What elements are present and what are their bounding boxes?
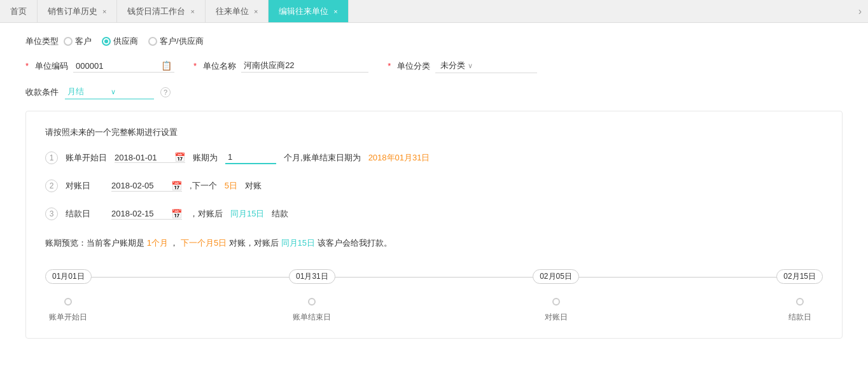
unit-category-value: 未分类 (440, 60, 465, 71)
payment-condition-label: 收款条件 (25, 87, 59, 98)
row-1-label: 账单开始日 (66, 152, 107, 164)
row-1-period-unit: 个月,账单结束日期为 (284, 152, 361, 164)
radio-supplier[interactable]: 供应商 (102, 36, 138, 47)
tab-contacts-close[interactable]: × (254, 8, 258, 15)
preview-sep2: 对账，对账后 (229, 238, 279, 248)
unit-name-star: * (193, 61, 197, 71)
row-3-desc-highlight: 同月15日 (230, 208, 264, 220)
tl-label-2: 02月05日 (533, 269, 579, 284)
row-2-label: 对账日 (66, 180, 104, 192)
tl-point-2: 02月05日 对账日 (533, 269, 579, 323)
payment-condition-arrow-icon: ∨ (111, 88, 151, 96)
unit-name-input[interactable] (241, 60, 368, 73)
unit-category-label: 单位分类 (397, 60, 430, 72)
tab-home[interactable]: 首页 (0, 0, 38, 22)
tl-desc-3: 结款日 (788, 312, 811, 323)
row-2-calendar-icon[interactable]: 📅 (171, 181, 182, 191)
row-3-calendar-icon[interactable]: 📅 (171, 209, 182, 219)
tab-bar: 首页 销售订单历史 × 钱货日清工作台 × 往来单位 × 编辑往来单位 × › (0, 0, 868, 23)
tl-label-1: 01月31日 (289, 269, 335, 284)
row-2-date-input[interactable] (111, 181, 169, 190)
unit-category-item: * 单位分类 未分类 ∨ (388, 59, 537, 73)
tab-home-label: 首页 (10, 6, 27, 17)
unit-category-star: * (388, 61, 391, 71)
card-title: 请按照未来的一个完整帐期进行设置 (45, 127, 823, 138)
preview-prefix: 账期预览：当前客户账期是 (45, 238, 144, 248)
row-1-date-wrap: 📅 (115, 152, 185, 163)
tab-edit-contact[interactable]: 编辑往来单位 × (269, 0, 348, 22)
row-3-date-input[interactable] (111, 209, 169, 218)
tab-cash-work[interactable]: 钱货日清工作台 × (117, 0, 205, 22)
tl-dot-1 (308, 298, 316, 306)
row-1-calendar-icon[interactable]: 📅 (174, 152, 185, 162)
unit-type-row: 单位类型 客户 供应商 客户/供应商 (25, 36, 843, 47)
preview-part1: 1个月 (147, 238, 168, 248)
preview-sep1: ， (170, 238, 178, 248)
main-content: 单位类型 客户 供应商 客户/供应商 * 单位编码 (0, 23, 868, 387)
unit-code-calendar-icon[interactable]: 📋 (161, 60, 172, 71)
tab-cash-work-close[interactable]: × (190, 8, 194, 15)
unit-code-item: * 单位编码 📋 (25, 59, 174, 73)
unit-category-arrow-icon: ∨ (468, 62, 473, 70)
unit-code-input[interactable] (76, 61, 158, 71)
row-2-desc-highlight: 5日 (225, 180, 237, 192)
row-1-num: 1 (45, 151, 58, 164)
tl-dot-0 (64, 298, 72, 306)
tab-cash-work-label: 钱货日清工作台 (127, 6, 185, 17)
settings-card: 请按照未来的一个完整帐期进行设置 1 账单开始日 📅 账期为 个月,账单结束日期… (25, 111, 843, 339)
preview-suffix: 该客户会给我打款。 (318, 238, 392, 248)
radio-both[interactable]: 客户/供应商 (148, 36, 204, 47)
row-1-date-input[interactable] (115, 153, 172, 162)
tl-dot-3 (796, 298, 804, 306)
timeline-bar: 01月01日 账单开始日 01月31日 账单结束日 02月05日 对账日 02月… (45, 263, 823, 323)
payment-row: 收款条件 月结 ∨ ? (25, 85, 843, 99)
preview-part3: 同月15日 (281, 238, 315, 248)
radio-customer-circle (64, 37, 73, 46)
tab-edit-contact-close[interactable]: × (333, 8, 337, 15)
radio-supplier-label: 供应商 (113, 36, 138, 47)
unit-name-label: 单位名称 (203, 60, 236, 72)
payment-condition-value: 月结 (67, 86, 108, 97)
row-3-desc-suffix: 结款 (272, 208, 288, 220)
row-2: 2 对账日 📅 ,下一个 5日 对账 (45, 179, 823, 192)
row-2-date-wrap: 📅 (111, 181, 182, 192)
unit-code-input-wrap: 📋 (73, 59, 174, 73)
tl-point-0: 01月01日 账单开始日 (45, 269, 92, 323)
row-3-date-wrap: 📅 (111, 209, 182, 220)
payment-condition-dropdown[interactable]: 月结 ∨ (65, 85, 154, 99)
unit-type-label: 单位类型 (25, 36, 59, 47)
tl-desc-2: 对账日 (545, 312, 568, 323)
tab-more-button[interactable]: › (852, 0, 868, 22)
row-1-period-input[interactable] (225, 151, 276, 164)
unit-name-item: * 单位名称 (193, 60, 368, 73)
row-2-desc-suffix: 对账 (245, 180, 262, 192)
row-1-period-end: 2018年01月31日 (368, 152, 430, 164)
tl-desc-0: 账单开始日 (49, 312, 87, 323)
radio-both-circle (148, 37, 157, 46)
radio-customer-label: 客户 (75, 36, 92, 47)
help-icon[interactable]: ? (160, 87, 171, 97)
tab-edit-contact-label: 编辑往来单位 (279, 6, 328, 17)
row-3: 3 结款日 📅 ，对账后 同月15日 结款 (45, 208, 823, 220)
tab-contacts[interactable]: 往来单位 × (206, 0, 269, 22)
tab-sales-history-label: 销售订单历史 (48, 6, 97, 17)
radio-both-label: 客户/供应商 (160, 36, 204, 47)
row-1: 1 账单开始日 📅 账期为 个月,账单结束日期为 2018年01月31日 (45, 151, 823, 164)
row-3-label: 结款日 (66, 208, 104, 220)
tl-point-1: 01月31日 账单结束日 (289, 269, 335, 323)
tl-point-3: 02月15日 结款日 (776, 269, 823, 323)
tab-sales-history-close[interactable]: × (102, 8, 106, 15)
unit-category-dropdown[interactable]: 未分类 ∨ (435, 59, 537, 73)
row-3-desc-prefix: ，对账后 (190, 208, 223, 220)
radio-customer[interactable]: 客户 (64, 36, 92, 47)
tl-label-0: 01月01日 (45, 269, 92, 284)
preview-text: 账期预览：当前客户账期是 1个月 ， 下一个月5日 对账，对账后 同月15日 该… (45, 236, 823, 250)
row-2-desc-prefix: ,下一个 (190, 180, 217, 192)
tab-sales-history[interactable]: 销售订单历史 × (38, 0, 117, 22)
radio-group: 客户 供应商 客户/供应商 (64, 36, 204, 47)
row-3-num: 3 (45, 208, 58, 220)
code-name-cat-row: * 单位编码 📋 * 单位名称 * 单位分类 未分类 ∨ (25, 59, 843, 73)
unit-type-item: 单位类型 客户 供应商 客户/供应商 (25, 36, 204, 47)
unit-code-star: * (25, 61, 29, 71)
unit-code-label: 单位编码 (35, 60, 68, 72)
